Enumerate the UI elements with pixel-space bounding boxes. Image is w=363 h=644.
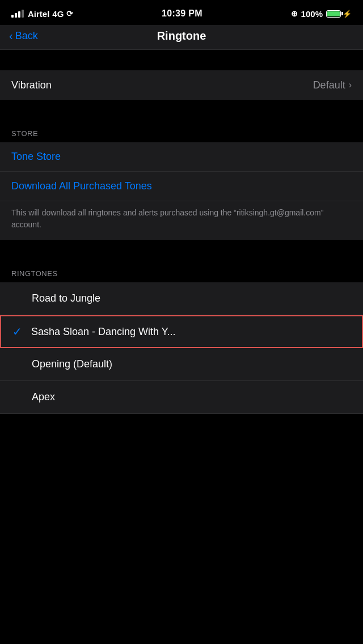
back-button[interactable]: ‹ Back xyxy=(9,29,38,43)
store-section-header: STORE xyxy=(0,120,363,142)
status-left: Airtel 4G ⟳ xyxy=(11,9,73,19)
status-bar: Airtel 4G ⟳ 10:39 PM ⊕ 100% ⚡ xyxy=(0,0,363,25)
ringtone-item[interactable]: ✓Sasha Sloan - Dancing With Y... xyxy=(0,315,363,348)
battery-percent: 100% xyxy=(301,9,323,19)
back-label: Back xyxy=(15,30,38,42)
ringtones-section-header: RINGTONES xyxy=(0,260,363,282)
page-title: Ringtone xyxy=(157,29,206,43)
store-gap xyxy=(0,100,363,120)
location-icon: ⊕ xyxy=(291,9,298,18)
charging-icon: ⚡ xyxy=(343,10,352,18)
signal-bars-icon xyxy=(11,10,24,18)
status-right: ⊕ 100% ⚡ xyxy=(291,9,352,19)
status-time: 10:39 PM xyxy=(162,9,202,19)
back-chevron-icon: ‹ xyxy=(9,29,13,43)
info-text-container: This will download all ringtones and ale… xyxy=(0,201,363,240)
ringtone-name: Opening (Default) xyxy=(32,358,112,370)
vibration-label: Vibration xyxy=(11,79,52,91)
vibration-value: Default xyxy=(313,79,345,91)
network-label: 4G xyxy=(52,9,64,19)
sync-icon: ⟳ xyxy=(66,9,73,18)
vibration-value-container: Default › xyxy=(313,79,352,91)
download-all-cell[interactable]: Download All Purchased Tones xyxy=(0,172,363,201)
selected-checkmark-icon: ✓ xyxy=(12,325,22,338)
ringtone-name: Sasha Sloan - Dancing With Y... xyxy=(31,326,175,338)
ringtone-item[interactable]: Apex xyxy=(0,381,363,414)
ringtone-name: Apex xyxy=(32,391,55,403)
ringtones-group: Road to Jungle✓Sasha Sloan - Dancing Wit… xyxy=(0,282,363,414)
vibration-chevron-icon: › xyxy=(349,80,352,90)
ringtone-item[interactable]: Opening (Default) xyxy=(0,348,363,381)
ringtone-name: Road to Jungle xyxy=(32,293,100,304)
battery-icon xyxy=(326,10,341,18)
carrier-label: Airtel xyxy=(28,9,49,19)
nav-bar: ‹ Back Ringtone xyxy=(0,25,363,50)
store-group: Tone Store Download All Purchased Tones … xyxy=(0,142,363,240)
info-text: This will download all ringtones and ale… xyxy=(11,208,323,229)
vibration-cell[interactable]: Vibration Default › xyxy=(0,70,363,100)
download-all-label: Download All Purchased Tones xyxy=(11,180,152,192)
tone-store-cell[interactable]: Tone Store xyxy=(0,142,363,172)
vibration-group: Vibration Default › xyxy=(0,70,363,100)
tone-store-label: Tone Store xyxy=(11,151,61,163)
ringtone-item[interactable]: Road to Jungle xyxy=(0,282,363,315)
battery-fill xyxy=(327,11,340,16)
ringtones-gap xyxy=(0,240,363,260)
top-gap xyxy=(0,50,363,70)
battery-container: ⚡ xyxy=(326,10,352,18)
